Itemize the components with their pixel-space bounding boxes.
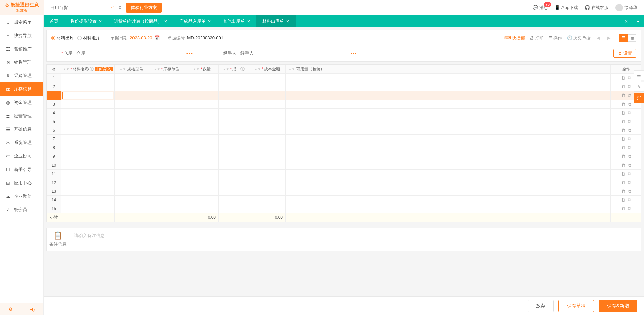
cell-qty[interactable] [185,152,219,161]
cell-qty[interactable] [185,100,219,109]
cell-material[interactable] [61,126,115,135]
cell-avail[interactable] [286,204,611,213]
close-icon[interactable]: ✕ [208,19,211,24]
cell-cost[interactable] [219,196,249,204]
cell-cost-amt[interactable] [249,91,286,100]
copy-icon[interactable]: ⧉ [628,206,631,211]
sidebar-item-13[interactable]: ☁企业微信 [0,190,43,203]
cell-material[interactable] [61,135,115,143]
cell-qty[interactable] [185,126,219,135]
cell-cost-amt[interactable] [249,74,286,82]
delete-icon[interactable]: 🗑 [621,197,625,202]
calendar-icon[interactable]: 📅 [154,35,160,40]
cell-avail[interactable] [286,82,611,91]
cell-unit[interactable] [148,161,185,170]
prev-arrow[interactable]: ◀ [595,35,601,40]
copy-icon[interactable]: ⧉ [628,145,631,150]
view-grid[interactable]: ☰ [619,34,628,42]
copy-icon[interactable]: ⧉ [628,197,631,202]
cell-cost-amt[interactable] [249,135,286,143]
tab-3[interactable]: 产成品入库单✕ [173,15,217,27]
handler-more[interactable]: ••• [351,51,357,56]
cell-qty[interactable] [185,161,219,170]
col-config[interactable]: ⚙ [47,65,61,74]
delete-icon[interactable]: 🗑 [621,189,625,194]
delete-icon[interactable]: 🗑 [621,171,625,176]
gear-icon[interactable]: ⚙ [118,5,122,10]
delete-icon[interactable]: 🗑 [621,119,625,124]
cell-spec[interactable] [115,161,148,170]
cell-avail[interactable] [286,109,611,117]
col-qty[interactable]: ▲▼*数量 [185,65,219,74]
cell-cost[interactable] [219,117,249,126]
cell-material[interactable] [61,82,115,91]
radio-material-out[interactable]: 材料出库 [51,35,74,41]
cell-cost[interactable] [219,204,249,213]
delete-icon[interactable]: 🗑 [621,180,625,185]
cell-spec[interactable] [115,100,148,109]
cell-cost[interactable] [219,161,249,170]
cell-spec[interactable] [115,152,148,161]
cell-unit[interactable] [148,126,185,135]
cell-qty[interactable] [185,117,219,126]
cell-cost[interactable] [219,100,249,109]
sidebar-item-0[interactable]: ⌕搜索菜单 [0,15,43,29]
tab-0[interactable]: 首页 [44,15,64,27]
sidebar-item-12[interactable]: ⊞应用中心 [0,176,43,190]
cell-cost-amt[interactable] [249,196,286,204]
cell-qty[interactable] [185,109,219,117]
cell-qty[interactable] [185,91,219,100]
cell-cost-amt[interactable] [249,109,286,117]
cell-qty[interactable] [185,135,219,143]
tab-close-all[interactable]: ✕ [620,19,632,24]
col-unit[interactable]: ▲▼*库存单位 [148,65,185,74]
sidebar-item-2[interactable]: ☷营销推广 [0,42,43,56]
cell-cost[interactable] [219,135,249,143]
copy-icon[interactable]: ⧉ [628,102,631,107]
cell-unit[interactable] [148,117,185,126]
cell-material[interactable] [61,187,115,196]
cell-cost-amt[interactable] [249,143,286,152]
cell-unit[interactable] [148,82,185,91]
delete-icon[interactable]: 🗑 [621,110,625,115]
cell-unit[interactable] [148,109,185,117]
copy-icon[interactable]: ⧉ [628,119,631,124]
cell-spec[interactable] [115,126,148,135]
cell-cost[interactable] [219,187,249,196]
copy-icon[interactable]: ⧉ [628,128,631,133]
copy-icon[interactable]: ⧉ [628,110,631,115]
delete-icon[interactable]: 🗑 [621,163,625,168]
cell-qty[interactable] [185,170,219,178]
close-icon[interactable]: ✕ [247,19,250,24]
cell-cost-amt[interactable] [249,161,286,170]
col-spec[interactable]: ▲▼规格型号 [115,65,148,74]
copy-icon[interactable]: ⧉ [628,189,631,194]
cell-material[interactable] [61,74,115,82]
close-icon[interactable]: ✕ [99,19,102,24]
cell-spec[interactable] [115,196,148,204]
cell-spec[interactable] [115,91,148,100]
cell-cost[interactable] [219,170,249,178]
float-expand[interactable]: ⛶ [634,93,644,103]
sidebar-collapse[interactable]: ◀) [30,307,35,312]
help-icon[interactable]: ⓘ [90,67,94,71]
cell-unit[interactable] [148,135,185,143]
cell-material[interactable] [61,161,115,170]
cell-unit[interactable] [148,91,185,100]
department-select[interactable]: 日用百货 ﹀ [50,5,114,11]
cell-avail[interactable] [286,117,611,126]
warehouse-more[interactable]: ••• [186,51,193,56]
handler-input[interactable] [240,49,347,57]
cell-cost-amt[interactable] [249,117,286,126]
cell-qty[interactable] [185,196,219,204]
cell-qty[interactable] [185,82,219,91]
promo-button[interactable]: 体验行业方案 [126,3,162,13]
delete-icon[interactable]: 🗑 [621,84,625,89]
cell-cost[interactable] [219,143,249,152]
discard-button[interactable]: 放弃 [528,300,554,312]
support[interactable]: 🎧在线客服 [585,5,609,11]
delete-icon[interactable]: 🗑 [621,136,625,141]
cell-avail[interactable] [286,152,611,161]
cell-material[interactable] [61,109,115,117]
cell-cost[interactable] [219,109,249,117]
